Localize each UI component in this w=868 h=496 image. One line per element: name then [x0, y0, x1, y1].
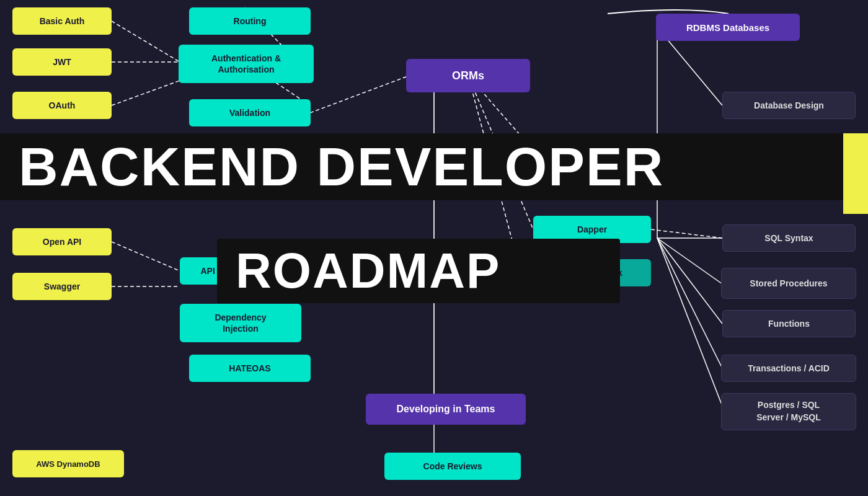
node-postgres[interactable]: Postgres / SQLServer / MySQL — [721, 393, 856, 430]
main-title-banner: BACKEND DEVELOPER — [0, 133, 843, 200]
node-auth-auth[interactable]: Authentication &Authorisation — [179, 45, 314, 83]
node-code-reviews[interactable]: Code Reviews — [384, 453, 521, 480]
svg-line-2 — [112, 81, 180, 105]
node-db-design[interactable]: Database Design — [722, 92, 856, 119]
svg-line-20 — [651, 229, 722, 238]
node-routing[interactable]: Routing — [189, 7, 311, 35]
node-aws-dynamo[interactable]: AWS DynamoDB — [12, 450, 124, 477]
node-validation[interactable]: Validation — [189, 99, 311, 126]
node-rdbms[interactable]: RDBMS Databases — [656, 14, 800, 41]
node-hateoas[interactable]: HATEOAS — [189, 355, 311, 382]
svg-line-14 — [657, 238, 722, 368]
node-jwt[interactable]: JWT — [12, 48, 112, 76]
svg-line-0 — [112, 21, 180, 62]
svg-line-12 — [657, 238, 722, 284]
node-oauth[interactable]: OAuth — [12, 92, 112, 119]
node-dep-injection[interactable]: DependencyInjection — [180, 304, 301, 342]
svg-line-5 — [310, 76, 409, 113]
node-orms[interactable]: ORMs — [406, 59, 530, 92]
svg-line-15 — [657, 238, 722, 406]
node-sql-syntax[interactable]: SQL Syntax — [722, 224, 856, 252]
main-canvas: BACKEND DEVELOPER ROADMAP Basic Auth JWT… — [0, 0, 868, 496]
node-dev-teams[interactable]: Developing in Teams — [366, 394, 526, 425]
node-transactions[interactable]: Transactions / ACID — [721, 355, 856, 382]
node-swagger[interactable]: Swagger — [12, 273, 112, 300]
roadmap-banner: ROADMAP — [217, 239, 620, 303]
node-open-api[interactable]: Open API — [12, 228, 112, 255]
node-stored-procs[interactable]: Stored Procedures — [721, 268, 856, 299]
node-functions[interactable]: Functions — [722, 310, 856, 337]
roadmap-title-text: ROADMAP — [236, 243, 500, 298]
svg-line-16 — [112, 242, 180, 271]
svg-line-13 — [657, 238, 722, 324]
main-title-text: BACKEND DEVELOPER — [19, 136, 664, 197]
yellow-accent-bar — [843, 133, 868, 214]
node-basic-auth[interactable]: Basic Auth — [12, 7, 112, 35]
